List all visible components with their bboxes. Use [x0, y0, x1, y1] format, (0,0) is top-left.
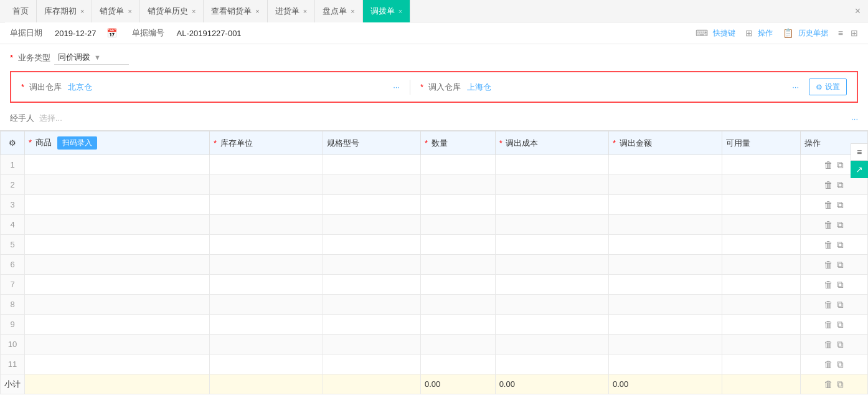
cell-qty[interactable]	[420, 335, 495, 355]
cell-unit[interactable]	[210, 355, 323, 374]
cell-amount[interactable]	[608, 155, 722, 175]
cell-unit[interactable]	[210, 295, 323, 315]
cell-spec[interactable]	[323, 275, 421, 295]
cell-spec[interactable]	[323, 215, 421, 235]
cell-amount[interactable]	[608, 175, 722, 195]
cell-amount[interactable]	[608, 335, 722, 355]
subtotal-delete-icon[interactable]: 🗑	[824, 379, 833, 389]
cell-qty[interactable]	[420, 235, 495, 255]
calendar-icon[interactable]: 📅	[106, 28, 117, 38]
cell-product[interactable]	[25, 355, 210, 374]
list-view-icon[interactable]: ≡	[838, 28, 843, 38]
cell-cost[interactable]	[495, 155, 608, 175]
panel-expand-icon[interactable]: ↗	[851, 161, 868, 178]
tab-inventory[interactable]: 盘点单 ×	[315, 0, 362, 22]
panel-list-icon[interactable]: ≡	[851, 143, 868, 161]
cell-qty[interactable]	[420, 275, 495, 295]
cell-spec[interactable]	[323, 255, 421, 275]
cell-cost[interactable]	[495, 195, 608, 215]
cell-cost[interactable]	[495, 315, 608, 335]
cell-available[interactable]	[722, 295, 800, 315]
cell-cost[interactable]	[495, 355, 608, 374]
cell-available[interactable]	[722, 175, 800, 195]
tab-sales-order-close[interactable]: ×	[128, 7, 131, 15]
tab-sales-order[interactable]: 销货单 ×	[92, 0, 139, 22]
handler-select[interactable]: 选择...	[39, 113, 62, 124]
cell-available[interactable]	[722, 195, 800, 215]
cell-amount[interactable]	[608, 275, 722, 295]
delete-icon[interactable]: 🗑	[824, 299, 833, 310]
cell-qty[interactable]	[420, 355, 495, 374]
delete-icon[interactable]: 🗑	[824, 279, 833, 290]
tab-purchase[interactable]: 进货单 ×	[268, 0, 315, 22]
tab-transfer-close[interactable]: ×	[399, 7, 402, 15]
cell-spec[interactable]	[323, 155, 421, 175]
cell-spec[interactable]	[323, 295, 421, 315]
subtotal-copy-icon[interactable]: ⧉	[837, 379, 844, 390]
cell-available[interactable]	[722, 255, 800, 275]
cell-unit[interactable]	[210, 315, 323, 335]
copy-icon[interactable]: ⧉	[837, 199, 844, 211]
cell-cost[interactable]	[495, 235, 608, 255]
cell-amount[interactable]	[608, 255, 722, 275]
cell-qty[interactable]	[420, 295, 495, 315]
warehouse-out-value[interactable]: 北京仓	[68, 82, 92, 93]
cell-cost[interactable]	[495, 255, 608, 275]
copy-icon[interactable]: ⧉	[837, 279, 844, 290]
grid-view-icon[interactable]: ⊞	[851, 28, 858, 38]
cell-cost[interactable]	[495, 215, 608, 235]
tab-purchase-close[interactable]: ×	[303, 7, 307, 15]
operations-icon[interactable]: ⊞	[745, 28, 753, 38]
cell-spec[interactable]	[323, 315, 421, 335]
delete-icon[interactable]: 🗑	[824, 239, 833, 250]
copy-icon[interactable]: ⧉	[837, 299, 844, 310]
tab-view-sales[interactable]: 查看销货单 ×	[204, 0, 267, 22]
tab-sales-history[interactable]: 销货单历史 ×	[140, 0, 204, 22]
cell-spec[interactable]	[323, 195, 421, 215]
cell-unit[interactable]	[210, 335, 323, 355]
cell-cost[interactable]	[495, 175, 608, 195]
cell-available[interactable]	[722, 215, 800, 235]
cell-qty[interactable]	[420, 215, 495, 235]
cell-qty[interactable]	[420, 315, 495, 335]
delete-icon[interactable]: 🗑	[824, 339, 833, 350]
cell-qty[interactable]	[420, 155, 495, 175]
copy-icon[interactable]: ⧉	[837, 259, 844, 270]
cell-available[interactable]	[722, 235, 800, 255]
cell-qty[interactable]	[420, 195, 495, 215]
copy-icon[interactable]: ⧉	[837, 319, 844, 330]
copy-icon[interactable]: ⧉	[837, 159, 844, 171]
history-icon[interactable]: 📋	[783, 28, 793, 38]
tab-transfer[interactable]: 调拨单 ×	[363, 0, 410, 22]
cell-amount[interactable]	[608, 295, 722, 315]
cell-amount[interactable]	[608, 235, 722, 255]
cell-spec[interactable]	[323, 335, 421, 355]
cell-amount[interactable]	[608, 355, 722, 374]
cell-unit[interactable]	[210, 255, 323, 275]
shortcuts-icon[interactable]: ⌨	[696, 28, 708, 38]
cell-amount[interactable]	[608, 215, 722, 235]
cell-qty[interactable]	[420, 175, 495, 195]
copy-icon[interactable]: ⧉	[837, 359, 844, 370]
cell-available[interactable]	[722, 275, 800, 295]
delete-icon[interactable]: 🗑	[824, 199, 833, 210]
tab-inventory-init[interactable]: 库存期初 ×	[37, 0, 92, 22]
cell-cost[interactable]	[495, 335, 608, 355]
setting-button[interactable]: ⚙ 设置	[809, 79, 847, 95]
cell-qty[interactable]	[420, 255, 495, 275]
cell-product[interactable]	[25, 235, 210, 255]
delete-icon[interactable]: 🗑	[824, 219, 833, 230]
scan-button[interactable]: 扫码录入	[57, 136, 97, 150]
handler-more[interactable]: ···	[851, 114, 858, 123]
cell-available[interactable]	[722, 355, 800, 374]
tab-inventory-close[interactable]: ×	[351, 7, 354, 15]
cell-unit[interactable]	[210, 155, 323, 175]
delete-icon[interactable]: 🗑	[824, 259, 833, 270]
copy-icon[interactable]: ⧉	[837, 179, 844, 191]
business-type-select[interactable]: 同价调拨 ▼	[54, 50, 129, 65]
cell-cost[interactable]	[495, 275, 608, 295]
tab-home[interactable]: 首页	[5, 0, 37, 22]
cell-product[interactable]	[25, 175, 210, 195]
cell-product[interactable]	[25, 255, 210, 275]
tab-sales-history-close[interactable]: ×	[192, 7, 196, 15]
